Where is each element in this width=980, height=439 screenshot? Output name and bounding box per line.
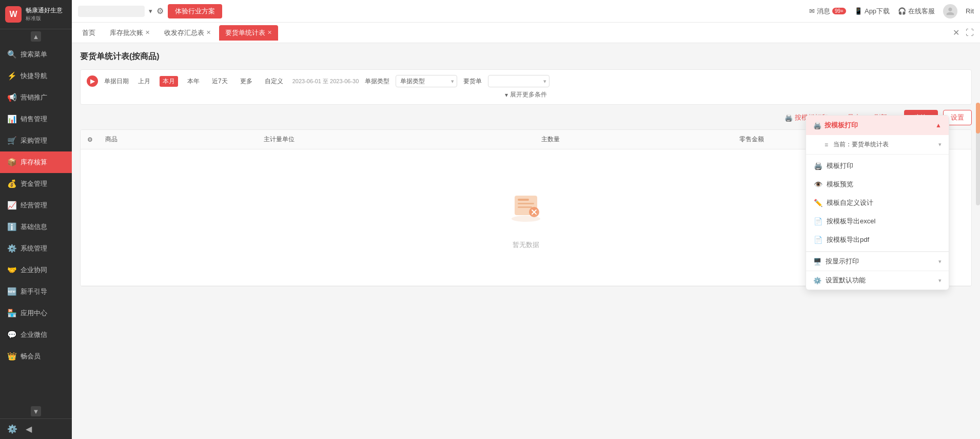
th-gear: ⚙ [81,130,99,149]
sidebar-item-marketing[interactable]: 📢 营销推广 [0,87,72,108]
tab-home[interactable]: 首页 [76,25,102,41]
sidebar-label-system: 系统管理 [21,244,47,253]
date-btn-last-month[interactable]: 上月 [135,76,153,87]
dp-template-design-icon: ✏️ [813,199,822,207]
topbar-search-input[interactable] [78,6,145,17]
dp-current-section: ≡ 当前：要货单统计表 ▾ [806,135,949,155]
operations-icon: 📈 [7,201,16,210]
dp-display-icon: 🖥️ [813,258,821,265]
order-type-label: 要货单 [463,77,482,86]
dp-current-label: 当前：要货单统计表 [833,140,889,149]
trial-btn[interactable]: 体验行业方案 [168,4,222,18]
print-dropdown-panel: 🖨️ 按模板打印 ▲ ≡ 当前：要货单统计表 ▾ 🖨️ 模板打印 👁️ [806,115,949,290]
wechat-icon: 💬 [7,330,16,339]
tab-close-batch[interactable]: ✕ [145,29,150,36]
scroll-up-btn[interactable]: ▲ [31,31,41,42]
inventory-icon: 📦 [7,158,16,167]
guide-icon: 🆕 [7,287,16,296]
message-badge: 99+ [832,8,846,14]
dp-current-item[interactable]: ≡ 当前：要货单统计表 ▾ [806,137,949,152]
app-download-icon: 📱 [854,7,863,15]
sidebar-label-search: 搜索菜单 [21,50,47,59]
sidebar-item-member[interactable]: 👑 畅会员 [0,346,72,367]
dp-item-template-print[interactable]: 🖨️ 模板打印 [806,157,949,175]
tab-order-stats[interactable]: 要货单统计表 ✕ [219,25,278,41]
tab-close-order[interactable]: ✕ [267,29,272,36]
th-quantity: 主数量 [535,130,733,149]
dp-export-pdf-icon: 📄 [813,236,822,244]
sidebar-item-finance[interactable]: 💰 资金管理 [0,173,72,195]
topbar-gear-icon[interactable]: ⚙ [156,6,164,16]
sidebar-item-search[interactable]: 🔍 搜索菜单 [0,44,72,65]
online-service-label: 在线客服 [908,7,935,16]
dp-display-arrow-icon: ▾ [938,258,942,265]
order-type-select[interactable] [488,75,550,87]
collapse-sidebar-btn[interactable]: ◀ [26,424,32,434]
dp-header[interactable]: 🖨️ 按模板打印 ▲ [806,116,949,135]
sidebar-item-operations[interactable]: 📈 经营管理 [0,195,72,216]
date-btn-custom[interactable]: 自定义 [262,76,286,87]
sidebar-item-system[interactable]: ⚙️ 系统管理 [0,238,72,259]
main-area: ▾ ⚙ 体验行业方案 ✉ 消息 99+ 📱 App下载 🎧 在线客服 Rit [72,0,980,439]
column-settings-icon[interactable]: ⚙ [87,136,93,143]
date-range-display: 2023-06-01 至 2023-06-30 [292,78,359,85]
app-badge: 标准版 [26,15,63,22]
tab-batch-accounts[interactable]: 库存批次账 ✕ [104,25,156,41]
date-btn-this-month[interactable]: 本月 [160,76,178,87]
dp-display-print[interactable]: 🖥️ 按显示打印 ▾ [806,252,949,271]
expand-filter-btn[interactable]: ▾ 展开更多条件 [505,90,547,99]
expand-filter-label: 展开更多条件 [510,90,547,99]
scroll-down-btn[interactable]: ▼ [31,406,41,416]
dp-default-func[interactable]: ⚙️ 设置默认功能 ▾ [806,271,949,290]
dp-item-export-excel[interactable]: 📄 按模板导出excel [806,212,949,231]
sidebar-item-appstore[interactable]: 🏪 应用中心 [0,302,72,324]
sidebar-label-quicknav: 快捷导航 [21,71,47,81]
dp-item-template-preview[interactable]: 👁️ 模板预览 [806,175,949,194]
appstore-icon: 🏪 [7,309,16,318]
date-btn-this-year[interactable]: 本年 [184,76,203,87]
sidebar-item-sales[interactable]: 📊 销售管理 [0,108,72,130]
sidebar-item-guide[interactable]: 🆕 新手引导 [0,281,72,302]
sidebar-item-quicknav[interactable]: ⚡ 快捷导航 [0,65,72,87]
dp-item-export-pdf[interactable]: 📄 按模板导出pdf [806,231,949,249]
tab-fullscreen-btn[interactable]: ⛶ [964,26,976,40]
sidebar-label-finance: 资金管理 [21,179,47,188]
sidebar-item-collab[interactable]: 🤝 企业协同 [0,259,72,281]
online-service-btn[interactable]: 🎧 在线客服 [898,7,935,16]
dp-template-print-icon: 🖨️ [813,162,822,170]
sidebar-item-purchase[interactable]: 🛒 采购管理 [0,130,72,151]
sidebar-item-inventory[interactable]: 📦 库存核算 [0,151,72,173]
dp-item-template-design[interactable]: ✏️ 模板自定义设计 [806,194,949,212]
message-btn[interactable]: ✉ 消息 99+ [809,7,846,16]
sidebar-item-basic[interactable]: ℹ️ 基础信息 [0,216,72,238]
tab-receipt-summary[interactable]: 收发存汇总表 ✕ [158,25,217,41]
dp-current-arrow: ▾ [938,141,942,148]
settings-bottom-icon[interactable]: ⚙️ [7,424,17,434]
filter-bar: ▶ 单据日期 上月 本月 本年 近7天 更多 自定义 2023-06-01 至 … [80,69,972,105]
app-download-btn[interactable]: 📱 App下载 [854,7,890,16]
sidebar-label-basic: 基础信息 [21,222,47,232]
date-btn-7days[interactable]: 近7天 [209,76,231,87]
avatar[interactable] [943,4,957,18]
quicknav-icon: ⚡ [7,71,16,81]
filter-toggle-btn[interactable]: ▶ [87,75,98,87]
date-btn-more[interactable]: 更多 [237,76,256,87]
dp-export-excel-icon: 📄 [813,217,822,225]
member-icon: 👑 [7,352,16,361]
sidebar-label-operations: 经营管理 [21,201,47,210]
tab-close-receipt[interactable]: ✕ [206,29,211,36]
dp-default-arrow-icon: ▾ [938,277,942,284]
tab-close-all-btn[interactable]: ✕ [951,26,962,40]
topbar-dropdown-btn[interactable]: ▾ [149,7,152,15]
dp-template-preview-label: 模板预览 [827,180,853,189]
type-select[interactable]: 单据类型 [396,75,457,87]
sidebar-item-wechat[interactable]: 💬 企业微信 [0,324,72,346]
dp-title: 按模板打印 [825,121,858,130]
search-icon: 🔍 [7,50,16,59]
right-scrollbar[interactable] [976,103,980,205]
finance-icon: 💰 [7,179,16,188]
sales-icon: 📊 [7,114,16,124]
marketing-icon: 📢 [7,93,16,102]
message-label: 消息 [817,7,830,16]
date-filter-label: 单据日期 [104,77,129,86]
